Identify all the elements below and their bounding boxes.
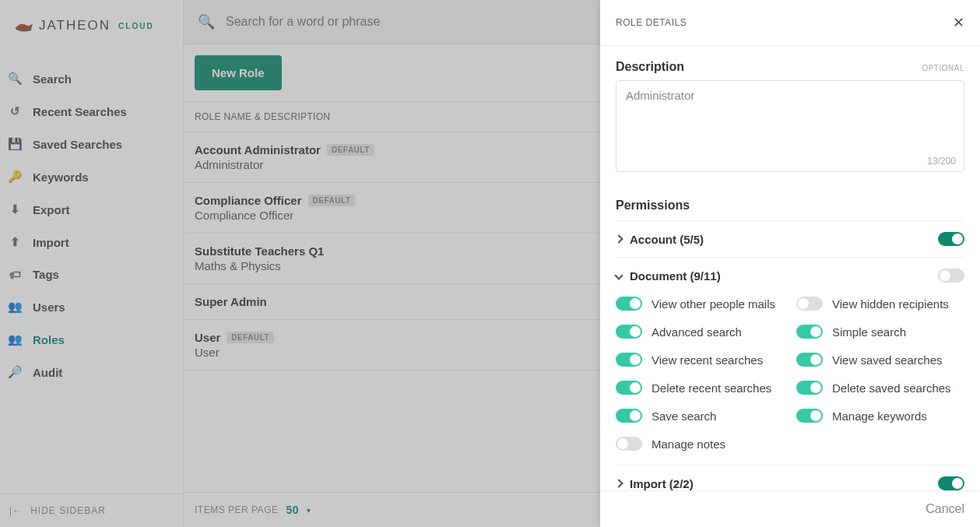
perm-group: Import (2/2) [616,465,964,490]
perm-item-label: Save search [652,409,716,423]
perm-item: View other people mails [616,297,784,311]
nav-icon: ⬆ [8,235,22,249]
description-label: Description [616,60,684,74]
perm-item: Manage keywords [796,409,964,423]
perm-item-label: View hidden recipients [832,297,949,311]
description-field[interactable]: Administrator [626,89,954,151]
char-count: 13/200 [927,156,956,167]
nav-icon: 🏷 [8,268,22,281]
perm-group-name: Document (9/11) [630,269,721,283]
chevron-icon [614,479,623,487]
perm-toggle[interactable] [616,409,642,423]
permissions-label: Permissions [616,199,964,213]
default-badge: DEFAULT [308,195,356,206]
perm-group-header[interactable]: Account (5/5) [616,221,964,257]
perm-item: View saved searches [796,353,964,367]
perm-toggle[interactable] [796,297,823,311]
nav-icon: 👥 [8,332,22,346]
perm-toggle[interactable] [616,325,642,339]
chevron-icon [614,271,623,279]
items-per-page-label: ITEMS PER PAGE [195,504,278,515]
logo-suffix: CLOUD [118,22,154,30]
perm-group-header[interactable]: Document (9/11) [616,258,964,293]
panel-footer: Cancel [600,490,980,527]
perm-item: Delete recent searches [616,381,784,395]
perm-item: View hidden recipients [796,297,964,311]
perm-item: Manage notes [616,437,784,451]
panel-title: ROLE DETAILS [616,17,687,28]
sidebar-item-audit[interactable]: 🔎Audit [0,356,183,388]
sidebar-item-users[interactable]: 👥Users [0,290,183,323]
perm-toggle[interactable] [796,409,823,423]
sidebar-item-keywords[interactable]: 🔑Keywords [0,160,183,193]
logo-brand: JATHEON [39,18,111,33]
perm-item: Simple search [796,325,964,339]
items-per-page-value[interactable]: 50 [286,504,299,516]
sidebar-item-label: Keywords [33,170,89,184]
sidebar-item-tags[interactable]: 🏷Tags [0,258,183,290]
description-field-wrap: Administrator 13/200 [616,80,964,172]
perm-items: View other people mailsView hidden recip… [616,293,964,465]
sidebar-item-label: Export [33,203,70,216]
hide-sidebar-label: HIDE SIDEBAR [30,505,106,516]
sidebar-item-roles[interactable]: 👥Roles [0,323,183,356]
nav-icon: ↺ [8,104,22,118]
role-details-panel: ROLE DETAILS ✕ Description OPTIONAL Admi… [600,0,980,527]
perm-group-name: Import (2/2) [630,477,694,490]
perm-item-label: View other people mails [652,297,775,311]
perm-item-label: Manage notes [652,437,725,451]
collapse-icon: |← [9,505,23,516]
nav-icon: 🔍 [8,72,22,86]
sidebar-item-label: Search [33,72,72,86]
perm-group-header[interactable]: Import (2/2) [616,466,964,490]
sidebar-item-recent-searches[interactable]: ↺Recent Searches [0,95,183,128]
nav-icon: 🔑 [8,170,22,184]
sidebar-item-label: Saved Searches [33,138,122,151]
perm-toggle[interactable] [616,381,642,395]
hide-sidebar-button[interactable]: |← HIDE SIDEBAR [0,494,183,527]
nav-icon: 💾 [8,137,22,151]
perm-toggle[interactable] [616,353,642,367]
perm-group-toggle[interactable] [938,476,964,490]
perm-toggle[interactable] [796,353,823,367]
new-role-button[interactable]: New Role [195,55,282,90]
perm-item-label: Simple search [832,325,906,339]
perm-toggle[interactable] [796,381,823,395]
permission-groups: Account (5/5) Document (9/11) View other… [616,220,964,490]
sidebar-item-label: Audit [33,366,62,379]
perm-item-label: Manage keywords [832,409,927,423]
perm-item-label: Delete saved searches [832,381,951,395]
sidebar: JATHEON CLOUD 🔍Search↺Recent Searches💾Sa… [0,0,184,527]
panel-header: ROLE DETAILS ✕ [600,0,980,46]
perm-group-toggle[interactable] [938,232,964,246]
sidebar-item-import[interactable]: ⬆Import [0,226,183,258]
perm-toggle[interactable] [796,325,823,339]
perm-group-name: Account (5/5) [630,233,704,246]
perm-item-label: View recent searches [652,353,763,367]
nav-icon: ⬇ [8,202,22,216]
sidebar-item-export[interactable]: ⬇Export [0,193,183,226]
chevron-down-icon[interactable]: ▾ [307,506,311,515]
perm-item: View recent searches [616,353,784,367]
optional-label: OPTIONAL [922,64,964,72]
perm-item: Advanced search [616,325,784,339]
close-icon[interactable]: ✕ [953,14,964,31]
cancel-button[interactable]: Cancel [926,502,964,516]
sidebar-item-label: Import [33,236,69,249]
perm-toggle[interactable] [616,437,642,451]
perm-item: Delete saved searches [796,381,964,395]
logo: JATHEON CLOUD [0,0,183,48]
perm-group-toggle[interactable] [938,269,964,283]
perm-group: Account (5/5) [616,220,964,257]
sidebar-item-search[interactable]: 🔍Search [0,62,183,95]
nav-icon: 👥 [8,300,22,314]
chevron-icon [614,234,623,243]
perm-item: Save search [616,409,784,423]
panel-body: Description OPTIONAL Administrator 13/20… [600,46,980,490]
perm-toggle[interactable] [616,297,642,311]
sidebar-item-saved-searches[interactable]: 💾Saved Searches [0,128,183,160]
sidebar-item-label: Tags [33,268,59,281]
default-badge: DEFAULT [227,332,274,343]
logo-icon [14,17,34,34]
nav-icon: 🔎 [8,365,22,379]
